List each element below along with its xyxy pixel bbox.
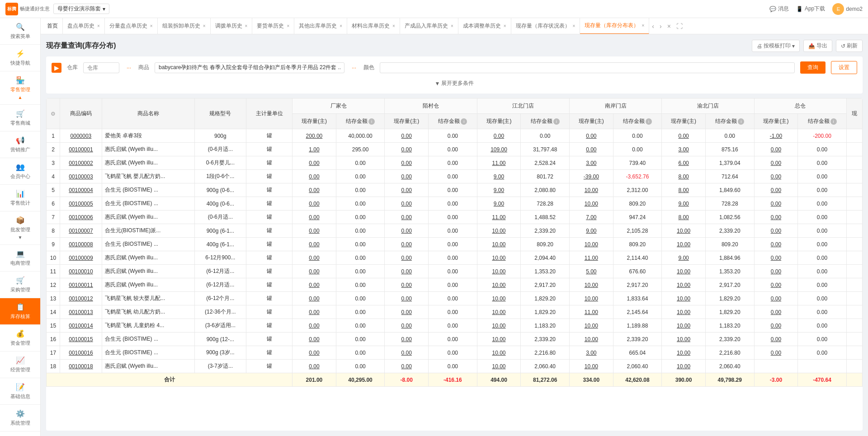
- cell-name: 飞鹤星飞帆 儿童奶粉 4...: [102, 319, 194, 333]
- code-link[interactable]: 00100006: [69, 214, 93, 220]
- tab-close-all-btn[interactable]: ×: [665, 18, 674, 34]
- tab-product-in-close[interactable]: ×: [451, 23, 453, 28]
- tab-cost-adjust[interactable]: 成本调整单历史 ×: [458, 18, 511, 34]
- sidebar-item-operation[interactable]: 📈 经营管理: [0, 352, 40, 378]
- tab-combo[interactable]: 组装拆卸单历史 ×: [158, 18, 211, 34]
- warehouse-input[interactable]: [83, 62, 119, 73]
- tab-inventory-single-close[interactable]: ×: [97, 23, 100, 28]
- code-link[interactable]: 00100015: [69, 336, 93, 342]
- cell-mamt: 0.00: [428, 170, 477, 183]
- cell-extra: [846, 238, 862, 251]
- naamt-info-icon[interactable]: i: [646, 118, 652, 125]
- warehouse-dots-btn[interactable]: ···: [125, 65, 133, 71]
- sidebar-item-finance[interactable]: 💰 资金管理: [0, 325, 40, 352]
- tab-material-out[interactable]: 材料出库单历史 ×: [347, 18, 400, 34]
- tab-expand-btn[interactable]: ⛶: [674, 18, 685, 34]
- code-link[interactable]: 00100016: [69, 350, 93, 356]
- tab-next-btn[interactable]: ›: [657, 18, 665, 34]
- gear-icon[interactable]: ⚙: [51, 111, 56, 117]
- tab-stock-dist[interactable]: 现存量（库存分布表） ×: [580, 18, 649, 34]
- tab-prev-btn[interactable]: ‹: [649, 18, 657, 34]
- code-link[interactable]: 00100018: [69, 363, 93, 370]
- tab-other-out[interactable]: 其他出库单历史 ×: [294, 18, 347, 34]
- code-link[interactable]: 00100007: [69, 228, 93, 234]
- code-link[interactable]: 00100009: [69, 255, 93, 261]
- sidebar-item-system[interactable]: ⚙️ 系统管理: [0, 405, 40, 431]
- code-link[interactable]: 00100008: [69, 241, 93, 248]
- col-jiangbei-header: 江北门店: [477, 98, 569, 114]
- sidebar-item-member[interactable]: 👥 会员中心: [0, 158, 40, 185]
- goods-input[interactable]: [155, 62, 344, 73]
- tab-stock-status[interactable]: 现存量（库存状况表） ×: [511, 18, 580, 34]
- code-link[interactable]: 00100012: [69, 295, 93, 302]
- sidebar-item-wholesale[interactable]: 📦 批发管理 ▼: [0, 211, 40, 245]
- code-link[interactable]: 0000003: [71, 133, 92, 139]
- sidebar-item-nav[interactable]: ⚡ 快捷导航: [0, 45, 40, 71]
- user-info[interactable]: E demo2: [832, 3, 863, 15]
- cell-unit: 罐: [246, 238, 292, 251]
- tab-inventory-single[interactable]: 盘点单历史 ×: [63, 18, 105, 34]
- sidebar-item-search[interactable]: 🔍 搜索英单: [0, 18, 40, 45]
- message-btn[interactable]: 💬 消息: [769, 5, 789, 13]
- industry-select[interactable]: 母婴行业演示陈套 ▾: [53, 4, 109, 14]
- cell-unit: 罐: [246, 265, 292, 278]
- tab-other-out-close[interactable]: ×: [340, 23, 342, 28]
- tab-transfer[interactable]: 调拨单历史 ×: [211, 18, 253, 34]
- tab-home[interactable]: 首页: [42, 18, 63, 34]
- cell-no: 10: [47, 251, 60, 265]
- color-input[interactable]: [380, 62, 795, 73]
- jbamt-info-icon[interactable]: i: [553, 118, 560, 125]
- app-download-btn[interactable]: 📱 App下载: [796, 5, 825, 13]
- code-link[interactable]: 00100002: [69, 160, 93, 166]
- sidebar-item-ecommerce[interactable]: 💻 电商管理: [0, 245, 40, 272]
- print-btn[interactable]: 🖨 按模板打印 ▾: [752, 40, 800, 52]
- tab-stock-dist-label: 现存量（库存分布表）: [585, 22, 639, 29]
- expand-btn[interactable]: ▼ 展开更多条件: [431, 78, 478, 89]
- sidebar-item-retail[interactable]: 🏪 零售管理 ▲: [0, 71, 40, 105]
- sidebar-item-basic[interactable]: 📝 基础信息: [0, 378, 40, 405]
- code-link[interactable]: 00100014: [69, 323, 93, 329]
- code-link[interactable]: 00100004: [69, 187, 93, 193]
- tab-combo-close[interactable]: ×: [203, 23, 206, 28]
- famt-info-icon[interactable]: i: [368, 118, 375, 125]
- ybamt-info-icon[interactable]: i: [738, 118, 744, 125]
- code-link[interactable]: 00100010: [69, 268, 93, 275]
- cell-no: 15: [47, 319, 60, 333]
- totamt-info-icon[interactable]: i: [830, 118, 837, 125]
- tab-dist-inventory[interactable]: 分量盘点单历史 ×: [105, 18, 158, 34]
- cell-naqty: 10.00: [570, 360, 613, 373]
- mamt-info-icon[interactable]: i: [461, 118, 467, 125]
- sidebar-item-retail-stat[interactable]: 📊 零售统计: [0, 185, 40, 211]
- setting-btn[interactable]: 设置: [831, 61, 857, 74]
- sidebar-item-inventory[interactable]: 📋 库存核算: [0, 298, 40, 325]
- filter-toggle-btn[interactable]: ▶: [52, 63, 61, 73]
- tab-dist-inventory-close[interactable]: ×: [150, 23, 153, 28]
- code-link[interactable]: 00100011: [69, 282, 93, 288]
- cell-fqty: 0.00: [292, 305, 336, 319]
- code-link[interactable]: 00100001: [69, 146, 93, 153]
- cell-mqty: 0.00: [385, 278, 429, 292]
- tab-transfer-close[interactable]: ×: [245, 23, 248, 28]
- table-row: 16 00100015 合生元 (BIOSTIME) ... 900g (12-…: [47, 333, 863, 346]
- tab-request-close[interactable]: ×: [287, 23, 289, 28]
- sidebar-item-retail-shop[interactable]: 🛒 零售商城: [0, 105, 40, 131]
- goods-dots-btn[interactable]: ···: [350, 65, 358, 71]
- cell-fqty: 0.00: [292, 170, 336, 183]
- sidebar-item-marketing[interactable]: 📢 营销推广: [0, 131, 40, 158]
- query-btn[interactable]: 查询: [800, 61, 826, 74]
- tab-request[interactable]: 要货单历史 ×: [252, 18, 294, 34]
- code-link[interactable]: 00100005: [69, 201, 93, 207]
- export-btn[interactable]: 📤 导出: [803, 40, 832, 52]
- tab-material-out-close[interactable]: ×: [392, 23, 395, 28]
- sidebar-item-enterprise[interactable]: 🤝 企业协同: [0, 431, 40, 436]
- tab-stock-dist-close[interactable]: ×: [642, 23, 644, 28]
- col-mocun-header: 陌村仓: [385, 98, 477, 114]
- code-link[interactable]: 00100013: [69, 309, 93, 315]
- refresh-btn[interactable]: ↺ 刷新: [836, 40, 863, 52]
- tab-product-in[interactable]: 产成品入库单历史 ×: [400, 18, 458, 34]
- tab-stock-status-close[interactable]: ×: [573, 23, 576, 28]
- code-link[interactable]: 00100003: [69, 173, 93, 180]
- tab-cost-adjust-close[interactable]: ×: [504, 23, 506, 28]
- sidebar-item-purchase[interactable]: 🛒 采购管理: [0, 272, 40, 298]
- cell-code: 00100018: [60, 360, 102, 373]
